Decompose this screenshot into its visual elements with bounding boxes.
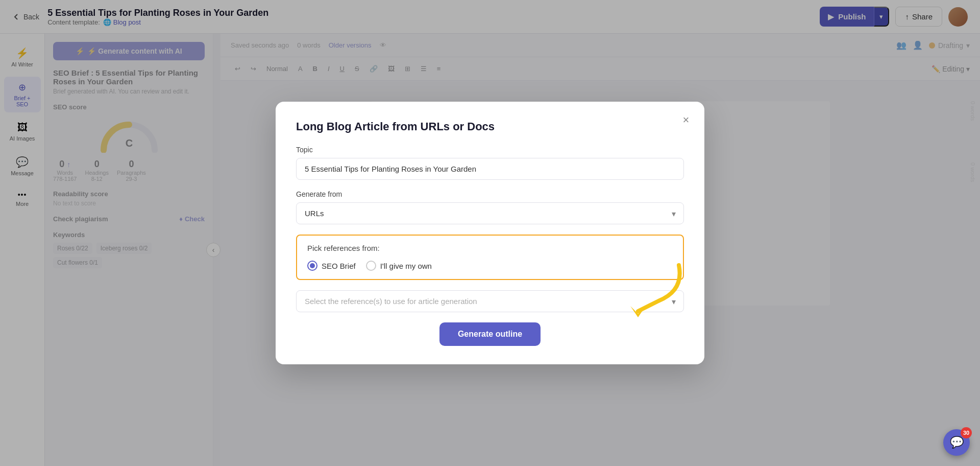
pick-references-content: Pick references from: SEO Brief I'll giv… <box>307 244 432 271</box>
generate-from-wrapper: URLs Docs Manual ▾ <box>296 202 684 224</box>
modal-overlay: × Long Blog Article from URLs or Docs To… <box>0 0 980 466</box>
pick-references-box: Pick references from: SEO Brief I'll giv… <box>296 235 684 280</box>
generate-outline-button[interactable]: Generate outline <box>439 322 541 346</box>
topic-input[interactable] <box>296 158 684 180</box>
generate-from-label: Generate from <box>296 190 684 198</box>
radio-own[interactable]: I'll give my own <box>366 261 432 271</box>
topic-label: Topic <box>296 146 684 154</box>
radio-seo-brief[interactable]: SEO Brief <box>307 261 356 271</box>
radio-selected-indicator <box>307 261 317 271</box>
radio-unselected-indicator <box>366 261 376 271</box>
pick-references-label: Pick references from: <box>307 244 432 252</box>
radio-group: SEO Brief I'll give my own <box>307 261 432 271</box>
radio-selected-dot <box>310 263 315 268</box>
modal-dialog: × Long Blog Article from URLs or Docs To… <box>276 102 704 364</box>
modal-title: Long Blog Article from URLs or Docs <box>296 120 684 133</box>
chat-icon: 💬 <box>950 436 964 449</box>
generate-from-select[interactable]: URLs Docs Manual <box>296 202 684 224</box>
modal-close-button[interactable]: × <box>678 112 694 128</box>
references-select-wrapper: Select the reference(s) to use for artic… <box>296 290 684 312</box>
references-select[interactable]: Select the reference(s) to use for artic… <box>296 290 684 312</box>
chat-widget[interactable]: 💬 30 <box>943 429 970 456</box>
notification-badge: 30 <box>961 427 972 438</box>
